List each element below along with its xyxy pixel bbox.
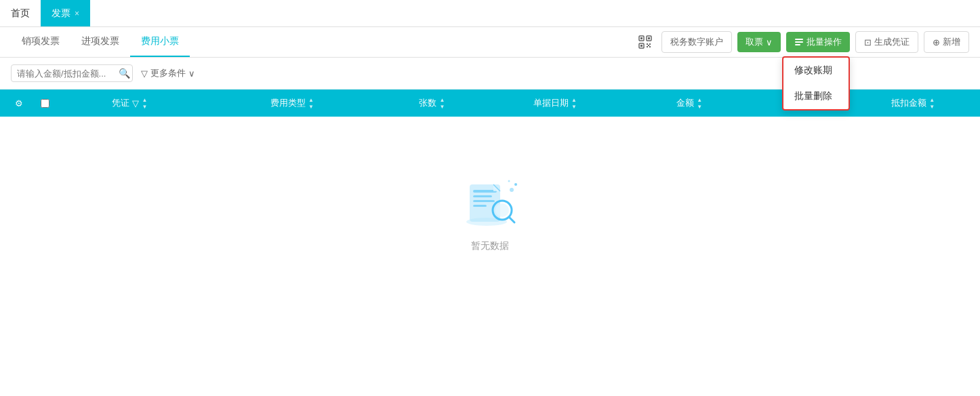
th-checkbox[interactable] [33, 99, 57, 108]
generate-voucher-button[interactable]: ⊡ 生成凭证 [855, 31, 918, 53]
sub-tab-expense[interactable]: 费用小票 [130, 27, 190, 57]
svg-point-21 [495, 203, 509, 217]
filter-more-button[interactable]: ▽ 更多条件 ∨ [141, 67, 195, 79]
sub-tab-incoming[interactable]: 进项发票 [70, 27, 130, 57]
svg-rect-12 [795, 41, 803, 43]
th-settings[interactable]: ⚙ [5, 98, 33, 108]
svg-rect-17 [473, 195, 492, 197]
svg-rect-3 [648, 37, 650, 39]
top-nav: 首页 发票 × [0, 0, 980, 27]
th-deduct-amount-label: 抵扣金额 [891, 97, 926, 109]
nav-tab-label: 发票 [52, 7, 70, 20]
qr-icon [638, 35, 653, 50]
batch-ops-icon [794, 37, 804, 47]
search-input[interactable] [17, 68, 119, 79]
th-amount-label: 金额 [676, 97, 694, 109]
batch-ops-label: 批量操作 [807, 36, 842, 48]
svg-rect-13 [795, 44, 800, 45]
th-count[interactable]: 张数 ▲▼ [382, 97, 482, 110]
svg-rect-9 [649, 46, 651, 47]
sub-tab-sales[interactable]: 销项发票 [11, 27, 70, 57]
new-button[interactable]: ⊕ 新增 [924, 31, 969, 53]
th-date-label: 单据日期 [533, 97, 569, 109]
th-amount-sort[interactable]: ▲▼ [697, 97, 702, 110]
svg-rect-8 [647, 46, 648, 47]
svg-rect-16 [473, 190, 497, 193]
take-ticket-label: 取票 [746, 36, 763, 48]
content-area: 销项发票 进项发票 费用小票 [0, 27, 980, 396]
th-date[interactable]: 单据日期 ▲▼ [483, 97, 628, 110]
new-icon: ⊕ [933, 37, 940, 47]
svg-rect-5 [640, 45, 642, 47]
nav-tab-invoice[interactable]: 发票 × [41, 0, 90, 26]
batch-ops-dropdown: 修改账期 批量删除 [782, 56, 850, 111]
take-ticket-arrow: ∨ [766, 37, 773, 47]
th-voucher[interactable]: 凭证 ▽ ▲▼ [57, 97, 203, 110]
qr-code-button[interactable] [634, 31, 656, 53]
filter-label: 更多条件 [150, 67, 186, 79]
select-all-checkbox[interactable] [41, 99, 49, 108]
svg-line-22 [509, 217, 514, 222]
dropdown-item-modify-period[interactable]: 修改账期 [783, 58, 849, 83]
search-icon[interactable]: 🔍 [119, 68, 130, 79]
generate-voucher-icon: ⊡ [864, 37, 872, 47]
generate-voucher-label: 生成凭证 [874, 36, 910, 48]
filter-icon: ▽ [141, 68, 148, 79]
th-deduct-amount-sort[interactable]: ▲▼ [929, 97, 935, 110]
svg-rect-7 [649, 43, 651, 45]
search-box: 🔍 [11, 64, 133, 82]
batch-ops-wrapper: 批量操作 修改账期 批量删除 [786, 32, 850, 52]
th-date-sort[interactable]: ▲▼ [571, 97, 577, 110]
th-count-label: 张数 [419, 97, 436, 109]
th-deduct-amount[interactable]: 抵扣金额 ▲▼ [851, 97, 975, 110]
empty-illustration [456, 171, 524, 232]
take-ticket-button[interactable]: 取票 ∨ [737, 32, 781, 52]
svg-rect-6 [647, 43, 648, 45]
batch-ops-button[interactable]: 批量操作 [786, 32, 850, 52]
th-expense-sort[interactable]: ▲▼ [308, 97, 314, 110]
svg-rect-18 [473, 200, 495, 202]
nav-home[interactable]: 首页 [0, 0, 41, 26]
empty-state: 暂无数据 [0, 117, 980, 279]
th-count-sort[interactable]: ▲▼ [439, 97, 445, 110]
th-expense-label: 费用类型 [270, 97, 306, 109]
settings-icon: ⚙ [15, 98, 23, 108]
th-expense-type[interactable]: 费用类型 ▲▼ [203, 97, 382, 110]
svg-point-25 [508, 180, 510, 182]
svg-rect-19 [473, 205, 487, 207]
filter-arrow: ∨ [188, 68, 195, 79]
svg-rect-10 [648, 45, 649, 46]
svg-rect-1 [640, 37, 642, 39]
th-voucher-filter-icon: ▽ [132, 98, 139, 108]
dropdown-item-batch-delete[interactable]: 批量删除 [783, 83, 849, 109]
toolbar-left: 🔍 ▽ 更多条件 ∨ [11, 64, 195, 82]
svg-rect-11 [795, 39, 803, 40]
svg-point-24 [514, 183, 517, 186]
tax-digital-button[interactable]: 税务数字账户 [661, 31, 732, 53]
nav-tab-close[interactable]: × [75, 9, 79, 18]
th-amount[interactable]: 金额 ▲▼ [628, 97, 751, 110]
empty-text: 暂无数据 [471, 240, 509, 252]
th-voucher-sort[interactable]: ▲▼ [142, 97, 147, 110]
svg-point-23 [510, 188, 514, 192]
th-voucher-label: 凭证 [112, 97, 129, 109]
new-label: 新增 [943, 36, 960, 48]
sub-tabs: 销项发票 进项发票 费用小票 [0, 27, 634, 57]
